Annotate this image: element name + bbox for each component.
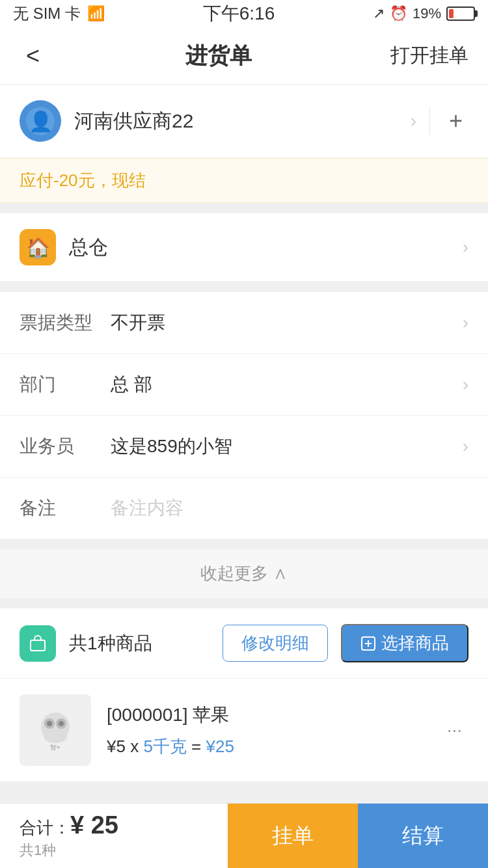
status-left: 无 SIM 卡 📶	[13, 3, 105, 24]
quantity-value: 5千克	[143, 737, 186, 756]
dept-label: 部门	[20, 372, 111, 397]
shopping-bag-icon	[28, 634, 47, 653]
svg-point-7	[44, 730, 67, 743]
chevron-right-icon: ›	[411, 111, 416, 131]
modify-detail-button[interactable]: 修改明细	[223, 625, 328, 662]
salesperson-row[interactable]: 业务员 这是859的小智 ›	[0, 415, 488, 477]
salesperson-chevron-icon: ›	[463, 436, 468, 457]
invoice-value: 不开票	[111, 310, 463, 335]
wifi-icon: 📶	[87, 5, 105, 22]
back-button[interactable]: <	[20, 36, 46, 76]
status-right: ↗ ⏰ 19%	[373, 5, 475, 22]
select-icon	[360, 636, 376, 651]
warehouse-icon: 🏠	[20, 229, 56, 265]
remark-input[interactable]: 备注内容	[111, 496, 468, 521]
open-hang-button[interactable]: 打开挂单	[390, 42, 468, 69]
select-product-label: 选择商品	[381, 632, 449, 655]
salesperson-value: 这是859的小智	[111, 434, 463, 459]
supplier-add-button[interactable]: +	[429, 107, 468, 135]
total-value: ¥25	[206, 737, 234, 756]
dept-row[interactable]: 部门 总 部 ›	[0, 353, 488, 415]
checkout-button[interactable]: 结算	[358, 804, 488, 869]
person-icon: 👤	[29, 110, 53, 133]
product-info: [0000001] 苹果 ¥5 x 5千克 = ¥25	[107, 703, 441, 758]
location-icon: ↗	[373, 5, 385, 22]
product-owl-logo: 智+	[29, 704, 81, 756]
warehouse-row[interactable]: 🏠 总仓 ›	[0, 213, 488, 281]
invoice-chevron-icon: ›	[463, 312, 468, 333]
invoice-label: 票据类型	[20, 310, 111, 335]
supplier-name: 河南供应商22	[74, 108, 411, 135]
footer-total: 合计： ¥ 25 共1种	[0, 811, 228, 860]
nav-bar: < 进货单 打开挂单	[0, 27, 488, 85]
price-value: ¥5 x	[107, 737, 143, 756]
form-section: 票据类型 不开票 › 部门 总 部 › 业务员 这是859的小智 › 备注 备注…	[0, 292, 488, 539]
battery-percent: 19%	[413, 5, 441, 22]
battery-fill	[449, 9, 454, 18]
status-bar: 无 SIM 卡 📶 下午6:16 ↗ ⏰ 19%	[0, 0, 488, 27]
svg-point-5	[47, 721, 52, 726]
select-product-button[interactable]: 选择商品	[341, 624, 468, 662]
invoice-row[interactable]: 票据类型 不开票 ›	[0, 292, 488, 353]
supplier-row: 👤 河南供应商22 › +	[0, 85, 488, 158]
supplier-notice: 应付-20元，现结	[0, 158, 488, 203]
total-label: 合计：	[20, 817, 70, 839]
total-row: 合计： ¥ 25	[20, 811, 208, 839]
total-amount: ¥ 25	[70, 811, 118, 839]
status-time: 下午6:16	[203, 1, 275, 26]
footer: 合计： ¥ 25 共1种 挂单 结算	[0, 803, 488, 868]
avatar-inner: 👤	[26, 107, 55, 135]
supplier-info[interactable]: 👤 河南供应商22 ›	[20, 100, 416, 142]
product-count: 共1种商品	[69, 631, 223, 656]
supplier-avatar: 👤	[20, 100, 61, 142]
page-title: 进货单	[185, 41, 252, 71]
equals-sign: =	[191, 737, 206, 756]
warehouse-name: 总仓	[69, 234, 463, 261]
product-thumbnail: 智+	[20, 694, 91, 766]
carrier-text: 无 SIM 卡	[13, 3, 81, 24]
product-price-info: ¥5 x 5千克 = ¥25	[107, 735, 441, 758]
product-item: 智+ [0000001] 苹果 ¥5 x 5千克 = ¥25 ···	[0, 679, 488, 781]
remark-row[interactable]: 备注 备注内容	[0, 477, 488, 539]
product-icon	[20, 625, 56, 662]
product-title: 苹果	[193, 705, 229, 725]
total-count: 共1种	[20, 841, 208, 860]
product-section: 共1种商品 修改明细 选择商品 智+ [000	[0, 608, 488, 781]
remark-label: 备注	[20, 496, 111, 521]
product-name: [0000001] 苹果	[107, 703, 441, 727]
dept-value: 总 部	[111, 372, 463, 397]
product-header: 共1种商品 修改明细 选择商品	[0, 608, 488, 679]
product-more-button[interactable]: ···	[441, 713, 468, 747]
battery-icon	[446, 7, 475, 21]
collapse-button[interactable]: 收起更多 ∧	[0, 549, 488, 598]
dept-chevron-icon: ›	[463, 374, 468, 395]
product-code: [0000001]	[107, 705, 193, 725]
supplier-section: 👤 河南供应商22 › + 应付-20元，现结	[0, 85, 488, 203]
svg-text:智+: 智+	[50, 744, 61, 751]
warehouse-section: 🏠 总仓 ›	[0, 213, 488, 281]
svg-rect-0	[31, 640, 45, 651]
salesperson-label: 业务员	[20, 434, 111, 459]
alarm-icon: ⏰	[390, 5, 407, 22]
house-icon: 🏠	[26, 236, 50, 259]
hang-button[interactable]: 挂单	[228, 804, 358, 869]
warehouse-chevron-icon: ›	[463, 237, 468, 258]
svg-point-6	[59, 721, 64, 726]
